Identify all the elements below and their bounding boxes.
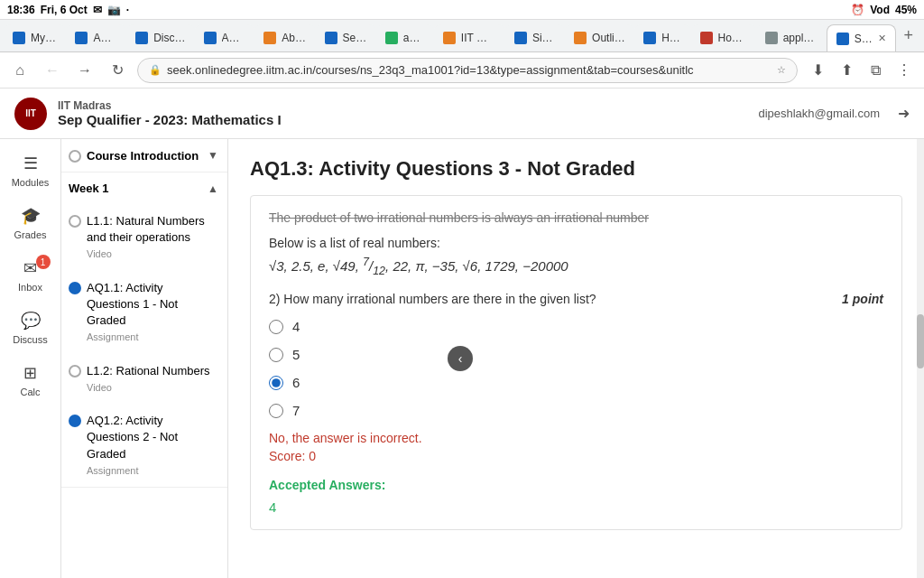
sidebar-item-l1-1[interactable]: L1.1: Natural Numbers and their operatio… bbox=[61, 204, 227, 271]
tab-3[interactable]: AQ1.3: bbox=[195, 24, 255, 51]
nav-badge-inbox: 1 bbox=[36, 255, 51, 269]
status-bar: 18:36 Fri, 6 Oct ✉ 📷 · ⏰ Vod 45% bbox=[0, 0, 924, 20]
section-chevron-week1: ▲ bbox=[208, 182, 218, 195]
tab-favicon-4 bbox=[263, 32, 276, 44]
radio-input-4[interactable] bbox=[269, 320, 283, 334]
nav-label-discuss: Discuss bbox=[13, 334, 48, 345]
radio-option-6[interactable]: 6 bbox=[269, 375, 883, 390]
tab-favicon-0 bbox=[13, 32, 25, 44]
content-area: AQ1.3: Activity Questions 3 - Not Graded… bbox=[228, 139, 924, 578]
accepted-value: 4 bbox=[269, 499, 883, 515]
radio-label-4: 4 bbox=[292, 319, 300, 334]
item-type-l1-2: Video bbox=[87, 381, 218, 395]
course-title: Sep Qualifier - 2023: Mathematics I bbox=[58, 112, 747, 127]
tab-9[interactable]: Outline… bbox=[565, 24, 634, 51]
download-button[interactable]: ⬇ bbox=[805, 58, 830, 83]
tab-6[interactable]: askfilo bbox=[376, 24, 434, 51]
tab-13[interactable]: Sep…✕ bbox=[827, 24, 897, 51]
nav-item-modules[interactable]: ☰Modules bbox=[4, 146, 58, 195]
reload-button[interactable]: ↻ bbox=[105, 58, 130, 83]
time: 18:36 bbox=[7, 4, 35, 16]
accepted-label: Accepted Answers: bbox=[269, 478, 883, 492]
item-label-aq1-1: AQ1.1: Activity Questions 1 - Not Graded bbox=[87, 280, 218, 330]
secure-icon: 🔒 bbox=[149, 64, 162, 76]
tab-close-13[interactable]: ✕ bbox=[878, 33, 886, 44]
logout-button[interactable]: ➜ bbox=[898, 105, 910, 122]
item-text-aq1-1: AQ1.1: Activity Questions 1 - Not Graded… bbox=[87, 280, 218, 345]
radio-option-5[interactable]: 5 bbox=[269, 347, 883, 362]
tab-favicon-6 bbox=[385, 32, 398, 44]
url-text: seek.onlinedegree.iitm.ac.in/courses/ns_… bbox=[167, 63, 772, 77]
radio-input-7[interactable] bbox=[269, 404, 283, 418]
sidebar-section-course-intro: Course Introduction▼ bbox=[61, 139, 227, 172]
nav-label-grades: Grades bbox=[14, 229, 46, 240]
tab-label-8: Sign in bbox=[532, 32, 556, 44]
nav-icon-calc: ⊞ bbox=[23, 363, 37, 383]
forward-button[interactable]: → bbox=[72, 58, 97, 83]
item-text-aq1-2: AQ1.2: Activity Questions 2 - Not Graded… bbox=[87, 413, 218, 478]
nav-item-grades[interactable]: 🎓Grades bbox=[4, 199, 58, 247]
nav-icon-inbox: ✉ bbox=[23, 258, 37, 278]
bookmark-icon: ☆ bbox=[777, 64, 786, 76]
radio-option-4[interactable]: 4 bbox=[269, 319, 883, 334]
url-bar[interactable]: 🔒 seek.onlinedegree.iitm.ac.in/courses/n… bbox=[137, 58, 798, 83]
share-button[interactable]: ⬆ bbox=[834, 58, 859, 83]
site-title-group: IIT Madras Sep Qualifier - 2023: Mathema… bbox=[58, 99, 747, 127]
item-type-aq1-1: Assignment bbox=[87, 331, 218, 344]
new-tab-button[interactable]: + bbox=[896, 26, 920, 45]
site-header: IIT IIT Madras Sep Qualifier - 2023: Mat… bbox=[0, 89, 924, 139]
tab-1[interactable]: AQ1.3: bbox=[66, 24, 126, 51]
tab-2[interactable]: Discus… bbox=[126, 24, 194, 51]
tab-7[interactable]: IIT Mad… bbox=[434, 24, 505, 51]
tab-label-3: AQ1.3: bbox=[222, 32, 246, 44]
nav-item-inbox[interactable]: 1✉Inbox bbox=[4, 251, 58, 300]
institution-name: IIT Madras bbox=[58, 99, 747, 112]
tab-label-1: AQ1.3: bbox=[93, 32, 117, 44]
item-label-aq1-2: AQ1.2: Activity Questions 2 - Not Graded bbox=[87, 413, 218, 462]
tab-5[interactable]: Search bbox=[316, 24, 376, 51]
sidebar-item-aq1-2[interactable]: AQ1.2: Activity Questions 2 - Not Graded… bbox=[61, 404, 227, 487]
radio-label-6: 6 bbox=[292, 375, 300, 390]
question-row: 2) How many irrational numbers are there… bbox=[269, 292, 883, 306]
tab-11[interactable]: Home… bbox=[691, 24, 756, 51]
scrollbar-thumb bbox=[917, 314, 924, 368]
sidebar-item-l1-2[interactable]: L1.2: Rational NumbersVideo bbox=[61, 354, 227, 405]
section-circle-course-intro bbox=[69, 150, 81, 163]
tab-favicon-1 bbox=[75, 32, 88, 44]
tab-4[interactable]: About t bbox=[254, 24, 315, 51]
section-header-week1[interactable]: Week 1▲ bbox=[61, 172, 227, 204]
sidebar-collapse-button[interactable]: ‹ bbox=[448, 346, 473, 371]
nav-item-calc[interactable]: ⊞Calc bbox=[4, 356, 58, 405]
tab-bar: My DasAQ1.3:Discus…AQ1.3:About tSearchas… bbox=[0, 20, 924, 52]
question-number: 2) bbox=[269, 292, 280, 306]
radio-options: 4567 bbox=[269, 319, 883, 418]
alarm-icon: ⏰ bbox=[851, 4, 864, 16]
nav-icon-discuss: 💬 bbox=[21, 311, 41, 331]
tab-0[interactable]: My Das bbox=[4, 24, 66, 51]
tab-8[interactable]: Sign in bbox=[505, 24, 565, 51]
user-email: dipeshlakh@gmail.com bbox=[758, 107, 880, 120]
tab-favicon-11 bbox=[700, 32, 713, 44]
nav-label-inbox: Inbox bbox=[18, 282, 42, 293]
battery: 45% bbox=[895, 4, 917, 16]
list-label: Below is a list of real numbers: bbox=[269, 236, 883, 250]
nav-item-discuss[interactable]: 💬Discuss bbox=[4, 303, 58, 352]
tab-12[interactable]: apple b… bbox=[756, 24, 827, 51]
tab-label-9: Outline… bbox=[592, 32, 625, 44]
section-label-week1: Week 1 bbox=[69, 182, 202, 195]
radio-option-7[interactable]: 7 bbox=[269, 403, 883, 418]
nav-label-calc: Calc bbox=[20, 387, 40, 397]
extensions-button[interactable]: ⧉ bbox=[863, 58, 888, 83]
tab-label-7: IIT Mad… bbox=[461, 32, 496, 44]
radio-input-6[interactable] bbox=[269, 376, 283, 390]
back-button[interactable]: ← bbox=[40, 58, 65, 83]
tab-label-6: askfilo bbox=[403, 32, 425, 44]
section-header-course-intro[interactable]: Course Introduction▼ bbox=[61, 139, 227, 172]
menu-button[interactable]: ⋮ bbox=[892, 58, 917, 83]
section-chevron-course-intro: ▼ bbox=[208, 149, 218, 162]
radio-input-5[interactable] bbox=[269, 348, 283, 362]
course-sidebar: Course Introduction▼Week 1▲L1.1: Natural… bbox=[61, 139, 228, 578]
tab-10[interactable]: Home bbox=[634, 24, 690, 51]
home-button[interactable]: ⌂ bbox=[7, 58, 32, 83]
sidebar-item-aq1-1[interactable]: AQ1.1: Activity Questions 1 - Not Graded… bbox=[61, 271, 227, 354]
